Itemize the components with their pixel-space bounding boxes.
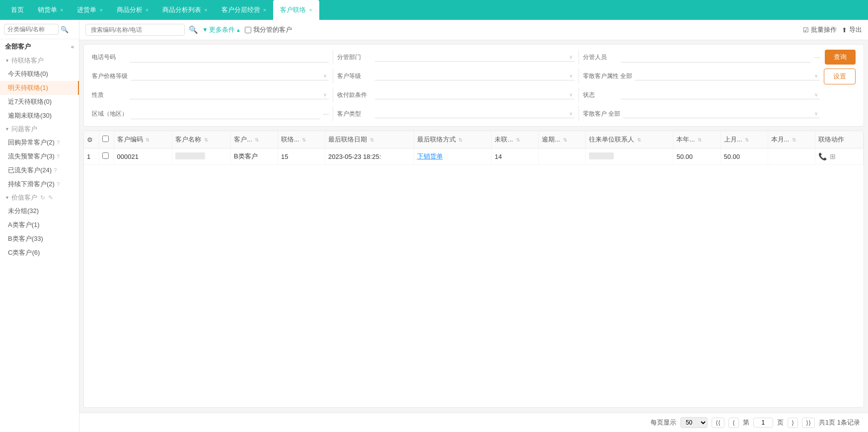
row-last-contact-date: 2023-05-23 18:25: [325, 148, 414, 165]
col-unit-contact[interactable]: 往来单位联系人 ⇅ [586, 131, 673, 148]
sort-nocontact-icon[interactable]: ⇅ [516, 137, 520, 143]
select-all-checkbox[interactable] [102, 136, 109, 142]
export-button[interactable]: ⬆ 导出 [842, 25, 862, 34]
sidebar-item-a-class[interactable]: A类客户(1) [0, 218, 79, 232]
sidebar-group-problem[interactable]: ▼ 问题客户 [0, 123, 79, 136]
nav-home[interactable]: 首页 [4, 0, 31, 20]
sidebar-item-repurchase[interactable]: 回购异常客户(2) ? [0, 136, 79, 149]
sidebar-item-c-class[interactable]: C类客户(6) [0, 246, 79, 260]
row-checkbox-cell[interactable] [99, 148, 114, 165]
region-dots-button[interactable]: ··· [323, 110, 329, 118]
sidebar-item-lost[interactable]: 已流失客户(24) ? [0, 163, 79, 177]
col-last-contact-date[interactable]: 最后联络日期 ⇅ [325, 131, 414, 148]
sort-code-icon[interactable]: ⇅ [145, 137, 149, 143]
row-checkbox[interactable] [102, 152, 109, 159]
nav-customer-contact[interactable]: 客户联络 × [273, 0, 319, 20]
sidebar-item-declining[interactable]: 持续下滑客户(2) ? [0, 177, 79, 191]
all-customers-header[interactable]: 全部客户 « [0, 39, 79, 54]
sort-year-icon[interactable]: ⇅ [698, 137, 702, 143]
set-button[interactable]: 设置 [824, 69, 856, 84]
row-last-contact-method[interactable]: 下销货单 [414, 148, 492, 165]
sort-overdue-icon[interactable]: ⇅ [563, 137, 567, 143]
divider-5 [333, 87, 333, 102]
sidebar-item-overdue[interactable]: 逾期未联络(30) [0, 109, 79, 123]
my-customers-checkbox[interactable] [245, 27, 251, 33]
nav-sales-close[interactable]: × [60, 7, 63, 13]
col-no-contact[interactable]: 未联... ⇅ [492, 131, 539, 148]
filter-select-dept[interactable]: ∨ [375, 53, 574, 62]
filter-select-status[interactable]: ∨ [621, 90, 820, 99]
filter-select-retail-attr[interactable]: ∨ [635, 72, 820, 80]
nav-sales[interactable]: 销货单 × [31, 0, 70, 20]
filter-input-phone[interactable] [130, 52, 329, 63]
sort-name-icon[interactable]: ⇅ [204, 137, 208, 143]
sidebar-search-input[interactable] [4, 24, 59, 35]
row-last-month: 50.00 [721, 148, 768, 165]
query-button[interactable]: 查询 [825, 50, 856, 65]
nav-analysis-list-close[interactable]: × [204, 7, 207, 13]
sidebar-item-week[interactable]: 近7天待联络(0) [0, 95, 79, 109]
sort-thismonth-icon[interactable]: ⇅ [792, 137, 796, 143]
sort-method-icon[interactable]: ⇅ [458, 137, 462, 143]
page-number-input[interactable] [753, 418, 773, 428]
filter-select-price-level[interactable]: ∨ [131, 72, 329, 80]
filter-input-region[interactable] [131, 109, 320, 119]
contact-method-link[interactable]: 下销货单 [417, 152, 443, 160]
edit-icon[interactable]: ✎ [48, 194, 53, 201]
sidebar-item-today[interactable]: 今天待联络(0) [0, 67, 79, 81]
my-customers-checkbox-label[interactable]: 我分管的客户 [245, 25, 292, 34]
prev-page-button[interactable]: ⟨ [728, 418, 739, 428]
col-overdue[interactable]: 逾期... ⇅ [539, 131, 586, 148]
col-settings[interactable]: ⚙ [84, 131, 99, 148]
grid-action-icon[interactable]: ⊞ [830, 152, 836, 160]
sidebar-item-ungrouped[interactable]: 未分组(32) [0, 204, 79, 218]
sort-type-icon[interactable]: ⇅ [255, 137, 259, 143]
col-last-contact-method[interactable]: 最后联络方式 ⇅ [414, 131, 492, 148]
phone-action-icon[interactable]: 📞 [818, 152, 827, 160]
first-page-button[interactable]: ⟨⟨ [712, 418, 724, 428]
sidebar-item-b-class[interactable]: B类客户(33) [0, 232, 79, 246]
toolbar-search-button[interactable]: 🔍 [189, 25, 198, 34]
sort-lastmonth-icon[interactable]: ⇅ [745, 137, 749, 143]
more-conditions-button[interactable]: ▼ 更多条件 ▲ [202, 25, 241, 34]
nav-purchase-close[interactable]: × [99, 7, 102, 13]
filter-select-level[interactable]: ∨ [375, 72, 574, 80]
filter-select-payment[interactable]: ∨ [375, 90, 574, 99]
refresh-icon[interactable]: ↻ [40, 194, 45, 201]
col-this-year[interactable]: 本年... ⇅ [673, 131, 721, 148]
last-page-button[interactable]: ⟩⟩ [802, 418, 815, 428]
filter-select-retail[interactable]: ∨ [623, 109, 820, 118]
nav-analysis-close[interactable]: × [145, 7, 148, 13]
sidebar-group-value[interactable]: ▼ 价值客户 ↻ ✎ [0, 191, 79, 204]
person-dots-button[interactable]: ··· [814, 53, 820, 61]
col-contacts[interactable]: 联络... ⇅ [278, 131, 325, 148]
nav-customer-contact-close[interactable]: × [309, 7, 312, 13]
sidebar-item-losing[interactable]: 流失预警客户(3) ? [0, 149, 79, 163]
col-check[interactable] [99, 131, 114, 148]
col-name[interactable]: 客户名称 ⇅ [172, 131, 231, 148]
nav-customer-segment-close[interactable]: × [263, 7, 266, 13]
col-code[interactable]: 客户编码 ⇅ [114, 131, 172, 148]
nav-purchase[interactable]: 进货单 × [70, 0, 109, 20]
filter-select-nature[interactable]: ∨ [130, 90, 329, 99]
sidebar-group-pending[interactable]: ▼ 待联络客户 [0, 54, 79, 67]
sidebar-item-tomorrow[interactable]: 明天待联络(1) [0, 81, 79, 95]
sort-date-icon[interactable]: ⇅ [370, 137, 374, 143]
horizontal-scrollbar[interactable] [83, 408, 864, 413]
filter-input-person[interactable] [621, 52, 811, 63]
sidebar-search-icon[interactable]: 🔍 [61, 26, 69, 33]
filter-select-customer-type[interactable]: ∨ [375, 109, 574, 118]
settings-icon[interactable]: ⚙ [87, 136, 93, 144]
batch-operation-button[interactable]: ☑ 批量操作 [803, 25, 837, 34]
nav-analysis-list[interactable]: 商品分析列表 × [155, 0, 214, 20]
per-page-select[interactable]: 50 20 100 [680, 417, 708, 428]
sort-unit-icon[interactable]: ⇅ [637, 137, 641, 143]
toolbar-search-input[interactable] [85, 24, 185, 36]
col-last-month[interactable]: 上月... ⇅ [721, 131, 768, 148]
next-page-button[interactable]: ⟩ [788, 418, 798, 428]
col-type[interactable]: 客户... ⇅ [230, 131, 278, 148]
nav-analysis[interactable]: 商品分析 × [110, 0, 155, 20]
nav-customer-segment[interactable]: 客户分层经营 × [215, 0, 273, 20]
col-this-month[interactable]: 本月... ⇅ [768, 131, 815, 148]
sort-contacts-icon[interactable]: ⇅ [302, 137, 306, 143]
